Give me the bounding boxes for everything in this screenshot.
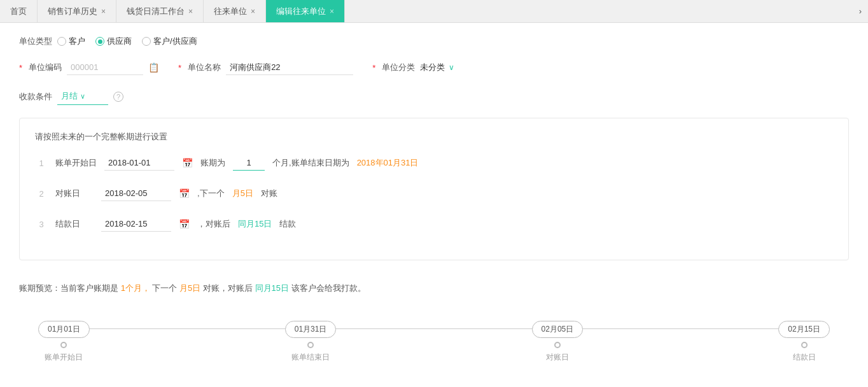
timeline-badge-4: 02月15日	[778, 321, 830, 338]
tab-cash-work[interactable]: 钱货日清工作台 ×	[116, 0, 204, 22]
calendar-icon-3[interactable]: 📅	[179, 219, 190, 229]
unit-type-label: 单位类型	[19, 36, 52, 47]
section-title: 请按照未来的一个完整帐期进行设置	[35, 131, 833, 143]
payment-desc-post: 结款	[279, 218, 296, 230]
timeline-label-2: 账单结束日	[291, 352, 330, 363]
close-icon[interactable]: ×	[330, 7, 334, 16]
payment-date-input[interactable]	[101, 216, 171, 232]
timeline-dot-1	[60, 342, 67, 348]
reconcile-row: 2 对账日 📅 ,下一个 月5日 对账	[35, 186, 833, 201]
payment-highlight: 同月15日	[238, 218, 272, 230]
radio-customer-circle	[57, 37, 66, 46]
unit-type-item: 单位类型 客户 供应商 客户/供应商	[19, 36, 197, 47]
unit-category-value: 未分类	[420, 62, 445, 73]
tab-partners-label: 往来单位	[214, 6, 247, 17]
period-for-label: 账期为	[200, 157, 225, 169]
tab-more-button[interactable]: ›	[853, 0, 868, 22]
help-icon[interactable]: ?	[113, 92, 123, 102]
radio-both-circle	[142, 37, 151, 46]
unit-code-label: 单位编码	[29, 62, 62, 73]
timeline-item-2: 01月31日 账单结束日	[285, 321, 337, 363]
tab-partners[interactable]: 往来单位 ×	[204, 0, 266, 22]
timeline-label-3: 对账日	[546, 352, 569, 363]
timeline-label-4: 结款日	[793, 352, 816, 363]
close-icon[interactable]: ×	[101, 7, 106, 16]
chevron-down-icon: ∨	[449, 63, 454, 72]
radio-both[interactable]: 客户/供应商	[142, 36, 197, 47]
timeline-item-1: 01月01日 账单开始日	[38, 321, 90, 363]
unit-code-input[interactable]	[67, 60, 143, 75]
required-star-3: *	[372, 63, 375, 73]
collect-condition-item: 收款条件 月结 ∨ ?	[19, 88, 123, 105]
payment-label: 结款日	[55, 218, 94, 230]
timeline-dot-3	[554, 342, 561, 348]
reconcile-highlight: 月5日	[232, 188, 253, 199]
collect-condition-value: 月结	[61, 90, 78, 102]
radio-supplier-circle	[95, 37, 104, 46]
tab-home[interactable]: 首页	[0, 0, 38, 22]
unit-category-dropdown[interactable]: 未分类 ∨	[420, 62, 522, 73]
period-months-input[interactable]	[233, 155, 265, 171]
timeline-badge-2: 01月31日	[285, 321, 337, 338]
timeline-item-4: 02月15日 结款日	[778, 321, 830, 363]
row-num-3: 3	[35, 220, 48, 229]
unit-info-row: * 单位编码 📋 * 单位名称 * 单位分类 未分类 ∨	[19, 60, 849, 75]
account-start-label: 账单开始日	[55, 157, 97, 169]
timeline-items: 01月01日 账单开始日 01月31日 账单结束日 02月05日 对账日 02月…	[38, 321, 830, 363]
preview-payment-highlight: 同月15日	[255, 283, 289, 293]
unit-code-item: * 单位编码 📋	[19, 60, 159, 75]
radio-both-label: 客户/供应商	[153, 36, 197, 47]
calendar-icon-1[interactable]: 📅	[182, 158, 193, 168]
copy-icon[interactable]: 📋	[148, 62, 159, 73]
unit-type-row: 单位类型 客户 供应商 客户/供应商	[19, 36, 849, 47]
radio-supplier[interactable]: 供应商	[95, 36, 132, 47]
preview-prefix: 账期预览：当前客户账期是	[19, 283, 118, 293]
unit-name-input[interactable]	[226, 60, 353, 75]
required-star: *	[19, 63, 22, 73]
period-suffix-pre: 个月,账单结束日期为	[272, 157, 349, 169]
timeline-dot-2	[307, 342, 314, 348]
timeline-container: 01月01日 账单开始日 01月31日 账单结束日 02月05日 对账日 02月…	[19, 308, 849, 382]
reconcile-date-input[interactable]	[101, 186, 171, 201]
reconcile-desc-pre: ,下一个	[197, 188, 225, 199]
account-start-date-input[interactable]	[104, 155, 174, 171]
tab-edit-partner[interactable]: 编辑往来单位 ×	[266, 0, 345, 22]
tab-bar: 首页 销售订单历史 × 钱货日清工作台 × 往来单位 × 编辑往来单位 × ›	[0, 0, 868, 23]
unit-name-label: 单位名称	[188, 62, 221, 73]
row-num-1: 1	[35, 158, 48, 168]
unit-name-item: * 单位名称	[178, 60, 353, 75]
timeline-item-3: 02月05日 对账日	[532, 321, 584, 363]
close-icon[interactable]: ×	[251, 7, 255, 16]
chevron-right-icon: ›	[859, 6, 862, 16]
radio-customer[interactable]: 客户	[57, 36, 85, 47]
preview-reconcile-suffix: 对账，对账后	[203, 283, 253, 293]
payment-row: 3 结款日 📅 ，对账后 同月15日 结款	[35, 216, 833, 232]
preview-period-suffix: 下一个	[152, 283, 177, 293]
unit-category-label: 单位分类	[382, 62, 415, 73]
preview-payment-suffix: 该客户会给我打款。	[291, 283, 366, 293]
row-num-2: 2	[35, 189, 48, 199]
unit-category-item: * 单位分类 未分类 ∨	[372, 62, 522, 73]
main-content: 单位类型 客户 供应商 客户/供应商 * 单位编码	[0, 23, 868, 387]
collect-condition-row: 收款条件 月结 ∨ ?	[19, 88, 849, 105]
reconcile-desc-post: 对账	[261, 188, 277, 199]
required-star-2: *	[178, 63, 181, 73]
close-icon[interactable]: ×	[188, 7, 193, 16]
tab-cash-label: 钱货日清工作台	[127, 6, 185, 17]
reconcile-label: 对账日	[55, 188, 94, 199]
preview-section: 账期预览：当前客户账期是 1个月， 下一个 月5日 对账，对账后 同月15日 该…	[19, 271, 849, 387]
payment-desc-pre: ，对账后	[197, 218, 230, 230]
timeline-dot-4	[801, 342, 808, 348]
calendar-icon-2[interactable]: 📅	[179, 188, 190, 199]
period-end-date: 2018年01月31日	[357, 157, 419, 169]
period-settings-section: 请按照未来的一个完整帐期进行设置 1 账单开始日 📅 账期为 个月,账单结束日期…	[19, 118, 849, 260]
radio-supplier-label: 供应商	[107, 36, 132, 47]
timeline-badge-3: 02月05日	[532, 321, 584, 338]
collect-condition-dropdown[interactable]: 月结 ∨	[57, 88, 108, 105]
tab-sales-order[interactable]: 销售订单历史 ×	[38, 0, 116, 22]
radio-customer-label: 客户	[69, 36, 85, 47]
radio-group: 客户 供应商 客户/供应商	[57, 36, 197, 47]
preview-reconcile-highlight: 月5日	[179, 283, 200, 293]
chevron-down-icon-2: ∨	[80, 92, 85, 101]
collect-condition-label: 收款条件	[19, 91, 52, 102]
